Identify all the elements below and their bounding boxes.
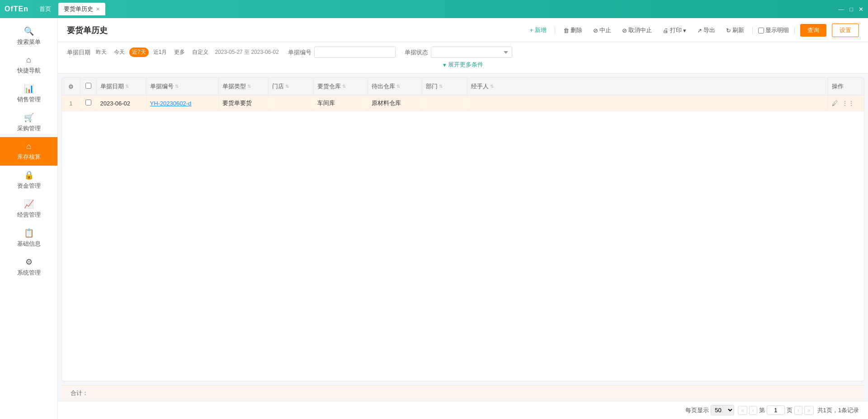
sidebar-item-finance-mgmt[interactable]: 🔒 资金管理: [0, 166, 57, 195]
date-btn-today[interactable]: 今天: [111, 48, 127, 57]
filter-area: 单据日期 昨天 今天 近7天 近1月 更多 自定义 2023-05-27 至 2…: [58, 42, 868, 74]
th-department[interactable]: 部门 ⇅: [422, 78, 467, 95]
th-type[interactable]: 单据类型 ⇅: [218, 78, 268, 95]
page-suffix-label: 页: [787, 406, 793, 414]
sort-department-icon: ⇅: [439, 84, 443, 89]
settings-button[interactable]: 设置: [832, 24, 859, 37]
th-store[interactable]: 门店 ⇅: [268, 78, 313, 95]
minimize-btn[interactable]: —: [838, 6, 844, 13]
settings-btn-label: 设置: [840, 26, 851, 34]
delete-button[interactable]: 🗑 删除: [561, 24, 585, 36]
next-page-btn[interactable]: ›: [794, 406, 802, 415]
sidebar-item-search-menu[interactable]: 🔍 搜索菜单: [0, 22, 57, 51]
query-button[interactable]: 查询: [800, 24, 826, 37]
sidebar-item-system-mgmt-label: 系统管理: [17, 269, 41, 277]
filter-item-date: 单据日期 昨天 今天 近7天 近1月 更多 自定义 2023-05-27 至 2…: [67, 48, 279, 57]
sales-mgmt-icon: 📊: [24, 84, 34, 94]
sort-date-icon: ⇅: [125, 84, 129, 89]
date-btn-custom[interactable]: 自定义: [189, 48, 211, 57]
new-btn-label: + 新增: [530, 26, 547, 34]
th-store-label: 门店: [272, 82, 284, 90]
th-settings[interactable]: ⚙: [62, 78, 80, 95]
row-more-icon[interactable]: ⋮⋮: [842, 100, 854, 107]
maximize-btn[interactable]: □: [849, 6, 853, 13]
toolbar: + 新增 🗑 删除 ⊘ 中止 ⊘ 取消中止: [527, 24, 859, 37]
print-dropdown-icon: ▾: [683, 27, 686, 34]
sidebar-item-inventory-label: 库存核算: [17, 153, 41, 161]
td-num: 1: [62, 95, 80, 111]
filter-item-status: 单据状态: [405, 47, 512, 58]
last-page-btn[interactable]: »: [804, 406, 814, 415]
page-number-input[interactable]: [767, 405, 785, 415]
status-select[interactable]: [431, 47, 512, 58]
select-all-checkbox[interactable]: [85, 83, 91, 89]
sidebar-item-purchase-mgmt[interactable]: 🛒 采购管理: [0, 108, 57, 137]
date-btn-1month[interactable]: 近1月: [151, 48, 170, 57]
date-btn-yesterday[interactable]: 昨天: [93, 48, 109, 57]
date-btn-more[interactable]: 更多: [171, 48, 188, 57]
export-button[interactable]: ↗ 导出: [694, 24, 718, 36]
refresh-icon: ↻: [726, 27, 731, 34]
ops-mgmt-icon: 📈: [24, 199, 34, 209]
th-date[interactable]: 单据日期 ⇅: [96, 78, 146, 95]
th-number[interactable]: 单据编号 ⇅: [146, 78, 218, 95]
th-pending-warehouse[interactable]: 待出仓库 ⇅: [368, 78, 422, 95]
sidebar-item-quick-nav[interactable]: ⌂ 快捷导航: [0, 51, 57, 79]
sidebar-item-sales-mgmt[interactable]: 📊 销售管理: [0, 79, 57, 108]
window-close-btn[interactable]: ✕: [859, 6, 863, 13]
system-mgmt-icon: ⚙: [25, 257, 33, 267]
sort-handler-icon: ⇅: [490, 84, 494, 89]
sidebar-item-basic-info-label: 基础信息: [17, 240, 41, 248]
query-btn-label: 查询: [807, 26, 819, 34]
tab-requisition-history[interactable]: 要货单历史 ✕: [58, 3, 105, 15]
th-checkbox: [80, 78, 96, 95]
td-type: 要货单要货: [218, 95, 268, 111]
tab-home-label: 首页: [39, 5, 51, 13]
th-number-label: 单据编号: [150, 82, 174, 90]
page-title-row: 要货单历史 + 新增 🗑 删除 ⊘ 中止: [67, 24, 859, 42]
first-page-btn[interactable]: «: [738, 406, 747, 415]
print-btn-label: 打印: [670, 26, 682, 34]
top-bar-right: — □ ✕: [838, 6, 863, 13]
th-action: 操作: [828, 78, 864, 95]
page-nav: « ‹ 第 页 › »: [738, 405, 813, 415]
td-pending-warehouse: 原材料仓库: [368, 95, 422, 111]
per-page-label: 每页显示: [685, 406, 709, 414]
th-req-warehouse[interactable]: 要货仓库 ⇅: [313, 78, 368, 95]
page-size-select[interactable]: 20 50 100: [711, 405, 734, 415]
row-checkbox[interactable]: [85, 100, 91, 105]
table-header-row: ⚙ 单据日期 ⇅: [62, 78, 864, 95]
th-req-warehouse-label: 要货仓库: [317, 82, 341, 90]
td-checkbox: [80, 95, 96, 111]
display-detail-checkbox[interactable]: 显示明细: [758, 26, 789, 34]
row-edit-icon[interactable]: 🖊: [832, 100, 838, 107]
display-detail-check[interactable]: [758, 28, 764, 33]
doc-number-input[interactable]: [314, 47, 396, 58]
close-tab-icon[interactable]: ✕: [96, 6, 100, 12]
sort-number-icon: ⇅: [175, 84, 179, 89]
cancel-stop-button[interactable]: ⊘ 取消中止: [619, 24, 655, 36]
th-handler[interactable]: 经手人 ⇅: [467, 78, 828, 95]
row-req-warehouse-text: 车间库: [317, 100, 335, 106]
print-button[interactable]: 🖨 打印 ▾: [660, 24, 689, 36]
sidebar-item-inventory[interactable]: ⌂ 库存核算: [0, 137, 57, 166]
sidebar-item-basic-info[interactable]: 📋 基础信息: [0, 224, 57, 252]
row-number-link[interactable]: YH-20230602-d: [150, 100, 192, 107]
filter-row-1: 单据日期 昨天 今天 近7天 近1月 更多 自定义 2023-05-27 至 2…: [67, 47, 859, 58]
date-btn-7days[interactable]: 近7天: [129, 48, 149, 57]
new-button[interactable]: + 新增: [527, 24, 549, 36]
refresh-button[interactable]: ↻ 刷新: [723, 24, 747, 36]
th-action-label: 操作: [832, 83, 844, 90]
prev-page-btn[interactable]: ‹: [749, 406, 757, 415]
sidebar-item-ops-mgmt[interactable]: 📈 经营管理: [0, 195, 57, 224]
expand-more-btn[interactable]: ▾ 展开更多条件: [67, 61, 859, 69]
tab-home[interactable]: 首页: [34, 3, 57, 15]
sidebar-item-quick-nav-label: 快捷导航: [17, 67, 41, 75]
page-total-text: 共1页，1条记录: [817, 406, 859, 414]
quick-nav-icon: ⌂: [26, 55, 31, 65]
per-page: 每页显示 20 50 100: [685, 405, 734, 415]
sidebar-item-ops-mgmt-label: 经营管理: [17, 211, 41, 219]
stop-button[interactable]: ⊘ 中止: [590, 24, 614, 36]
sidebar-item-system-mgmt[interactable]: ⚙ 系统管理: [0, 252, 57, 281]
table-container[interactable]: ⚙ 单据日期 ⇅: [61, 77, 864, 381]
